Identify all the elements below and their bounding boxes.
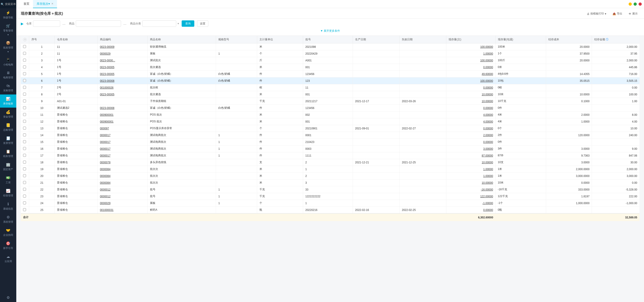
- warehouse-label: 仓库: [26, 22, 32, 26]
- sidebar-item-guide[interactable]: 🎯 新手引导: [0, 239, 16, 252]
- sidebar-item-inventory[interactable]: 📊 库存核算: [0, 94, 16, 108]
- ecommerce-icon: 🖥: [6, 71, 10, 75]
- sidebar-item-cloud[interactable]: ☁ 云应用: [0, 252, 16, 265]
- table-row: 31号0023-0000...测试批次斤A001100.00000100斤20.…: [21, 57, 640, 64]
- table-row: 22晋省粮仓0000012批号1千克33-16.00000-16千克333.00…: [21, 186, 640, 193]
- row-checkbox[interactable]: [23, 86, 26, 89]
- settings-btn[interactable]: 设置: [197, 20, 208, 27]
- row-checkbox[interactable]: [23, 99, 26, 102]
- sidebar-item-system[interactable]: ⚙ 系统管理: [0, 213, 16, 226]
- row-checkbox[interactable]: [23, 147, 26, 150]
- sidebar-settings[interactable]: ⚙: [0, 293, 16, 302]
- warehouse-dots: ...: [62, 22, 66, 26]
- row-checkbox[interactable]: [23, 45, 26, 48]
- ledger-icon: 📒: [6, 123, 10, 127]
- sidebar-search[interactable]: 🔍 搜索菜单: [0, 0, 16, 8]
- row-checkbox[interactable]: [23, 72, 26, 75]
- export-icon: 📤: [612, 12, 616, 16]
- col-prod-date: 生产日期: [353, 36, 400, 44]
- row-checkbox[interactable]: [23, 113, 26, 116]
- row-checkbox[interactable]: [23, 140, 26, 143]
- row-checkbox[interactable]: [23, 188, 26, 191]
- table-row: 51号0023-00005富诚（白色/奶橘）白色/奶橘件12345649.600…: [21, 71, 640, 77]
- table-body: 1110023-00009软饮通用物流米2021098100.00000100米…: [21, 44, 640, 214]
- top-tabs: 首页 库存批次▾ ✕: [16, 0, 644, 8]
- table-row: 14晋省粮仓0000017测试电商批次1件00012.000002件120.00…: [21, 132, 640, 139]
- row-checkbox[interactable]: [23, 174, 26, 177]
- tab-home[interactable]: 首页: [20, 0, 33, 8]
- tab-inventory-batch[interactable]: 库存批次▾ ✕: [33, 0, 57, 8]
- table-row: 17晋省粮仓0000017测试电商批次1件111187.0000087件9.73…: [21, 152, 640, 159]
- warehouse-input[interactable]: [33, 20, 60, 27]
- inventory-icon: 📊: [6, 97, 10, 101]
- expand-conditions-btn[interactable]: ▼ 展开更多条件: [318, 28, 342, 34]
- row-checkbox[interactable]: [23, 181, 26, 184]
- col-index: 序号: [29, 36, 55, 44]
- row-checkbox[interactable]: [23, 106, 26, 109]
- main-area: 首页 库存批次▾ ✕ 现存量查询(按仓库＋批次) 🖨 按模板打印 ▾ 📤: [16, 0, 644, 302]
- table-container[interactable]: ☉ 序号 仓库名称 商品编码 商品名称 规格型号 主计量单位 批号 生产日期 失…: [16, 36, 644, 302]
- table-row: 1110023-00009软饮通用物流米2021098100.00000100米…: [21, 44, 640, 50]
- quicknav-icon: ⚡: [6, 11, 10, 15]
- sidebar-item-tax[interactable]: 📋 税务管理: [0, 147, 16, 160]
- page-header: 现存量查询(按仓库＋批次) 🖨 按模板打印 ▾ 📤 导出 👁 展示: [16, 8, 644, 19]
- category-dropdown-icon[interactable]: ▾: [178, 22, 179, 25]
- print-template-btn[interactable]: 🖨 按模板打印 ▾: [585, 11, 608, 17]
- table-row: 19晋省粮仓0000084批次次米11.000001米2,000.00002,0…: [21, 166, 640, 173]
- table-row: 15晋省粮仓0000017测试电商批次1件2104230.000000件: [21, 139, 640, 145]
- col-amount: 结存金额 ①: [592, 36, 640, 44]
- export-btn[interactable]: 📤 导出: [611, 11, 624, 17]
- row-checkbox[interactable]: [23, 161, 26, 164]
- row-checkbox[interactable]: [23, 120, 26, 123]
- select-all-checkbox[interactable]: ☉: [23, 38, 27, 42]
- row-checkbox[interactable]: [23, 208, 26, 211]
- sidebar-item-management[interactable]: 📈 经营管理: [0, 187, 16, 200]
- row-checkbox[interactable]: [23, 201, 26, 204]
- sidebar-item-invoice[interactable]: 🧾 发票管理: [0, 134, 16, 147]
- table-footer-row: 合计 6,302.60000 32,589.05: [21, 213, 640, 221]
- row-checkbox[interactable]: [23, 127, 26, 130]
- sidebar-item-salary[interactable]: 💵 工资: [0, 173, 16, 187]
- system-icon: ⚙: [6, 215, 10, 219]
- sidebar-item-ledger[interactable]: 📒 总账管理: [0, 121, 16, 134]
- sidebar-item-quicknav[interactable]: ⚡ 快捷导航: [0, 8, 16, 22]
- row-checkbox[interactable]: [23, 133, 26, 136]
- table-row: 25晋省粮仓001000031鲜药A瓶202202162022-02-16202…: [21, 207, 640, 214]
- search-btn[interactable]: 查询: [182, 20, 194, 27]
- product-input[interactable]: [76, 20, 121, 27]
- table-header-row: ☉ 序号 仓库名称 商品编码 商品名称 规格型号 主计量单位 批号 生产日期 失…: [21, 36, 640, 44]
- display-btn[interactable]: 👁 展示: [627, 11, 640, 17]
- col-warehouse: 仓库名称: [54, 36, 98, 44]
- sidebar-item-mini-ecommerce[interactable]: 📱 小程电商: [0, 56, 16, 69]
- sidebar-item-assets[interactable]: 🏢 固定资产: [0, 160, 16, 173]
- window-controls: [628, 3, 642, 6]
- col-cost: 结存成本: [546, 36, 592, 44]
- category-input[interactable]: [142, 20, 176, 27]
- row-checkbox[interactable]: [23, 154, 26, 157]
- minimize-btn[interactable]: [628, 3, 632, 6]
- filter-row: ▶ 仓库 ... 商品 ... 商品分类 ▾ 查询 设置: [21, 20, 640, 27]
- sidebar-item-wholesale[interactable]: 📦 批发管理 ▾: [0, 39, 16, 56]
- sidebar-item-basic-info[interactable]: ℹ 基础信息: [0, 200, 16, 213]
- filter-collapse-arrow[interactable]: ▶: [21, 22, 24, 26]
- data-table: ☉ 序号 仓库名称 商品编码 商品名称 规格型号 主计量单位 批号 生产日期 失…: [21, 36, 640, 221]
- close-btn[interactable]: [638, 3, 642, 6]
- row-checkbox[interactable]: [23, 52, 26, 55]
- close-tab-btn[interactable]: ✕: [51, 2, 54, 5]
- sidebar-item-purchase[interactable]: 🛍 采购管理: [0, 82, 16, 94]
- sidebar-item-finance[interactable]: 💰 资金管理: [0, 108, 16, 121]
- table-row: 11晋省粮仓000900001POS 批次米0024.000004米2.0000…: [21, 111, 640, 118]
- row-checkbox[interactable]: [23, 168, 26, 170]
- row-checkbox[interactable]: [23, 59, 26, 62]
- sidebar-item-retail[interactable]: 🛒 零售管理 ▾: [0, 22, 16, 39]
- maximize-btn[interactable]: [634, 3, 637, 6]
- sidebar-item-collab[interactable]: 🤝 企业协同: [0, 226, 16, 239]
- invoice-icon: 🧾: [6, 136, 10, 140]
- row-checkbox[interactable]: [23, 93, 26, 96]
- sidebar-item-ecommerce[interactable]: 🖥 电商管理: [0, 69, 16, 82]
- row-checkbox[interactable]: [23, 65, 26, 68]
- table-row: 61号0023-00008富诚（白色/奶橘）白色/奶橘件123100.00000…: [21, 77, 640, 84]
- row-checkbox[interactable]: [23, 195, 26, 198]
- row-checkbox[interactable]: [23, 79, 26, 82]
- print-icon: 🖨: [587, 12, 590, 16]
